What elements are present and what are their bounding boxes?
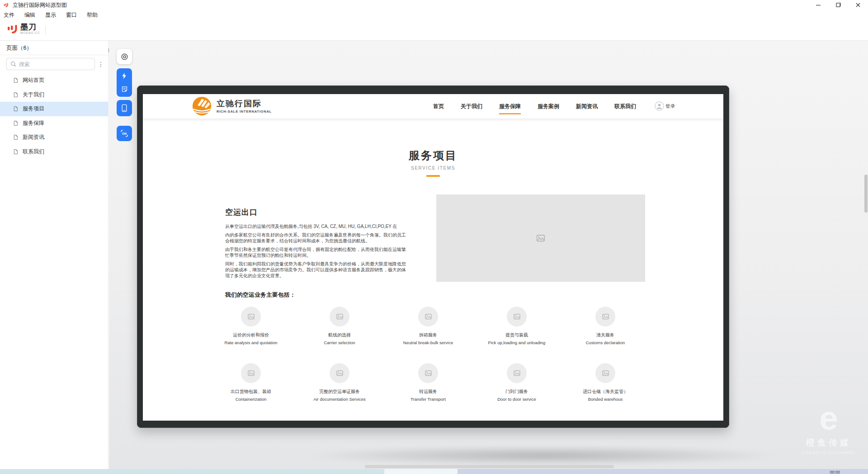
window-title: 立驰行国际网站原型图: [13, 1, 67, 9]
search-icon: [10, 61, 16, 67]
tool-group: [117, 68, 132, 97]
image-placeholder-icon: [241, 363, 261, 383]
service-item: 航线的选择 Carrier selection: [295, 307, 384, 345]
sidebar-item-contact[interactable]: 联系我们: [0, 145, 108, 159]
paragraph: 同时，我们能利用我们的货量优势为客户争取到最具竞争力的价格，从而最大限度地降低您…: [225, 261, 406, 279]
service-item: 出口货物包装、装箱 Containerization: [207, 363, 295, 402]
page-title: 服务项目: [143, 148, 723, 163]
sidebar-item-about[interactable]: 关于我们: [0, 88, 108, 102]
pages-sidebar: 页面（6） ⋮ 网站首页 关于我们 服务项目 服务保障 新闻资讯: [0, 41, 108, 474]
maximize-icon[interactable]: [828, 0, 848, 10]
page-subtitle: SERVICE ITEMS: [143, 166, 723, 171]
modao-logo[interactable]: 墨刀 MODAO.CC: [7, 23, 40, 34]
toolbar-divider: [45, 26, 46, 35]
service-item: 转运服务 Transfer Transport: [384, 363, 472, 402]
note-icon: [121, 86, 128, 93]
screen-on-button[interactable]: ON: [117, 126, 132, 141]
image-placeholder-icon: [595, 363, 615, 383]
prototype-screen: 立驰行国际 RICH-SALE INTERNATIONAL 首页 关于我们 服务…: [143, 94, 723, 421]
horizontal-scrollbar[interactable]: [365, 465, 614, 468]
brand-subtitle: MODAO.CC: [20, 31, 40, 34]
login-button[interactable]: 登录: [655, 101, 675, 111]
menu-help[interactable]: 帮助: [82, 11, 103, 19]
page-head: 服务项目 SERVICE ITEMS: [143, 148, 723, 177]
phone-icon: [121, 104, 127, 112]
page-icon: [13, 106, 19, 112]
page-icon: [13, 149, 19, 155]
kebab-menu-icon[interactable]: ⋮: [97, 60, 105, 69]
service-item: 门到门服务 Door to door service: [472, 363, 561, 402]
sidebar-item-news[interactable]: 新闻资讯: [0, 130, 108, 145]
nav-contact[interactable]: 联系我们: [614, 94, 636, 118]
nav-news[interactable]: 新闻资讯: [576, 94, 598, 118]
target-icon: [121, 53, 128, 61]
paragraph: 从事空运出口的运输代理及包舱服务,与包括 3V, CA, CZ, MU, HU,…: [225, 223, 406, 229]
service-item: 拆箱服务 Neutral break-bulk service: [384, 307, 472, 345]
sidebar-item-guarantee[interactable]: 服务保障: [0, 116, 108, 131]
site-logo-title: 立驰行国际: [217, 99, 272, 109]
service-item: 提货与装载 Pick up,loading and unloading: [472, 307, 561, 345]
video-timestamp: 00:00: [830, 469, 840, 474]
services-row-2: 出口货物包装、装箱 Containerization 完整的空运单证服务 Air…: [207, 363, 650, 402]
paragraph: 由于我们和各主要的航空公司签有代理合同，拥有固定的舱位配给，从而使我们能在运输繁…: [225, 246, 406, 258]
toolbar-divider: [117, 97, 132, 100]
section-heading: 空运出口: [225, 207, 406, 218]
app-icon: [4, 3, 9, 8]
site-logo-subtitle: RICH-SALE INTERNATIONAL: [217, 109, 272, 114]
services-heading: 我们的空运业务主要包括：: [225, 291, 296, 299]
preview-canvas: ON 立驰行国际 RICH-SALE INTERNATIONAL: [109, 41, 868, 474]
sidebar-item-services[interactable]: 服务项目: [0, 102, 108, 116]
nav-cases[interactable]: 服务案例: [538, 94, 559, 118]
service-item: 清关服务 Customs declaration: [561, 307, 650, 345]
lightning-icon: [121, 72, 127, 80]
menu-view[interactable]: 显示: [40, 11, 61, 19]
nav-about[interactable]: 关于我们: [461, 94, 482, 118]
hero-image-placeholder: [436, 194, 645, 282]
vertical-scrollbar[interactable]: [864, 175, 868, 213]
notes-button[interactable]: [121, 86, 128, 93]
minimize-icon[interactable]: [808, 0, 828, 10]
nav-home[interactable]: 首页: [433, 94, 444, 118]
globe-logo-icon: [192, 96, 212, 116]
close-icon[interactable]: [848, 0, 868, 10]
services-row-1: 运价的分析和报价 Rate analysis and quotation 航线的…: [207, 307, 650, 345]
site-logo[interactable]: 立驰行国际 RICH-SALE INTERNATIONAL: [192, 96, 272, 116]
search-field[interactable]: [19, 61, 87, 67]
sidebar-item-home[interactable]: 网站首页: [0, 73, 108, 88]
section-text: 空运出口 从事空运出口的运输代理及包舱服务,与包括 3V, CA, CZ, MU…: [225, 207, 406, 281]
menu-file[interactable]: 文件: [0, 11, 19, 19]
image-placeholder-icon: [418, 363, 438, 383]
site-header: 立驰行国际 RICH-SALE INTERNATIONAL 首页 关于我们 服务…: [143, 94, 723, 118]
paragraph: 内的多家航空公司有良好的合作关系。我们的空运服务遍及世界的每一个角落。我们的员工…: [225, 232, 406, 244]
page-icon: [13, 120, 19, 126]
image-placeholder-icon: [241, 307, 261, 327]
nav-guarantee[interactable]: 服务保障: [499, 94, 521, 118]
interaction-button[interactable]: [121, 72, 127, 80]
service-item: 运价的分析和报价 Rate analysis and quotation: [207, 307, 295, 345]
menu-window[interactable]: 窗口: [61, 11, 82, 19]
image-placeholder-icon: [330, 307, 349, 327]
image-placeholder-icon: [595, 307, 615, 327]
screen-on-icon: ON: [120, 129, 128, 137]
pages-list: 网站首页 关于我们 服务项目 服务保障 新闻资讯 联系我们: [0, 73, 108, 159]
tv-floor-shadow: [299, 446, 787, 465]
device-button[interactable]: [117, 100, 132, 116]
page-icon: [13, 134, 19, 140]
image-placeholder-icon: [507, 307, 527, 327]
pages-header: 页面（6）: [0, 41, 108, 55]
image-placeholder-icon: [418, 307, 438, 327]
search-input[interactable]: [6, 58, 95, 70]
window-titlebar: 立驰行国际网站原型图: [0, 0, 868, 10]
service-item: 完整的空运单证服务 Air documentation Services: [295, 363, 384, 402]
menu-edit[interactable]: 编辑: [19, 11, 40, 19]
image-placeholder-icon: [537, 235, 545, 242]
target-button[interactable]: [117, 49, 132, 64]
menubar: 文件 编辑 显示 窗口 帮助: [0, 10, 868, 20]
svg-text:ON: ON: [122, 132, 127, 135]
service-item: 进口仓储（海关监管） Bonded warehous: [561, 363, 650, 402]
brand-name: 墨刀: [20, 23, 40, 31]
image-placeholder-icon: [507, 363, 527, 383]
image-placeholder-icon: [330, 363, 349, 383]
page-icon: [13, 92, 19, 98]
video-progress-strip[interactable]: 00:00: [0, 469, 868, 474]
